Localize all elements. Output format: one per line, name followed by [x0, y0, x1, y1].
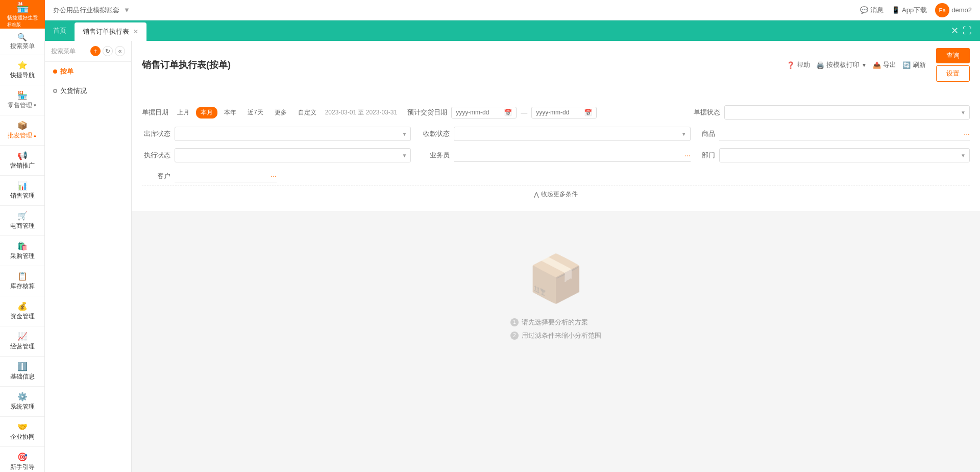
goods-label: 商品 — [701, 129, 715, 138]
date-more-btn[interactable]: 更多 — [270, 107, 291, 119]
exec-status-area: 执行状态 ▼ — [142, 148, 411, 162]
exec-status-select-wrap: ▼ — [175, 148, 411, 162]
tab-expand-area: ✕ ⛶ — [951, 25, 980, 36]
exec-status-select[interactable] — [175, 148, 411, 162]
status-area: 单据状态 ▼ — [694, 105, 970, 120]
expected-date-label: 预计交货日期 — [407, 108, 447, 117]
sidebar-item-search[interactable]: 🔍 搜索菜单 — [0, 29, 44, 55]
download-icon: 📱 — [892, 6, 900, 14]
goods-input-area[interactable]: ··· — [719, 128, 970, 140]
customer-area: 客户 ··· — [142, 170, 277, 182]
empty-tip-1: 1 请先选择要分析的方案 — [510, 316, 601, 329]
logo-text: 畅捷通好生意标准版 — [7, 14, 38, 28]
date-last-month-btn[interactable]: 上月 — [173, 107, 194, 119]
sub-nav-shortage[interactable]: 欠货情况 — [45, 81, 131, 101]
collapse-more-button[interactable]: ⋀ 收起更多条件 — [534, 190, 578, 199]
salesperson-input-area[interactable]: ··· — [454, 149, 690, 162]
date-last-7days-btn[interactable]: 近7天 — [243, 107, 268, 119]
refresh-plan-button[interactable]: ↻ — [103, 46, 113, 56]
salesperson-label: 业务员 — [421, 151, 450, 160]
sidebar-item-basic[interactable]: ℹ️ 基础信息 — [0, 357, 44, 387]
app-download-button[interactable]: 📱 App下载 — [892, 6, 927, 15]
tab-home[interactable]: 首页 — [45, 20, 75, 41]
sidebar-item-finance[interactable]: 💰 资金管理 — [0, 296, 44, 326]
user-avatar-area[interactable]: Ea demo2 — [935, 3, 972, 17]
sidebar-item-sales[interactable]: 📊 销售管理 — [0, 176, 44, 206]
message-icon: 💬 — [860, 6, 868, 14]
collect-status-label: 收款状态 — [421, 129, 450, 138]
sidebar-item-purchase[interactable]: 🛍️ 采购管理 — [0, 236, 44, 266]
sidebar-item-ecommerce[interactable]: 🛒 电商管理 — [0, 206, 44, 236]
goods-dots-icon[interactable]: ··· — [964, 130, 970, 138]
customer-label: 客户 — [142, 172, 170, 181]
status-select-wrap: ▼ — [724, 105, 970, 120]
refresh-button[interactable]: 🔄 刷新 — [902, 60, 926, 69]
page-title: 销售订单执行表(按单) — [142, 59, 231, 79]
sidebar: 🏪 畅捷通好生意标准版 🔍 搜索菜单 ⭐ 快捷导航 🏪 零售管理▼ 📦 批发管理… — [0, 0, 45, 472]
tab-sales-order[interactable]: 销售订单执行表 ✕ — [75, 22, 146, 41]
sidebar-item-operation[interactable]: 📈 经营管理 — [0, 326, 44, 357]
inactive-dot-icon — [53, 89, 57, 93]
date-this-month-btn[interactable]: 本月 — [196, 107, 217, 119]
page-content: 销售订单执行表(按单) ❓ 帮助 🖨️ 按模板打印 ▼ 📤 导出 — [132, 41, 980, 472]
expected-date-to-input[interactable]: 📅 — [531, 107, 597, 119]
status-label: 单据状态 — [694, 108, 720, 117]
sub-sidebar: 搜索菜单 + ↻ « 按单 欠货情况 — [45, 41, 132, 472]
sidebar-item-retail[interactable]: 🏪 零售管理▼ — [0, 85, 44, 115]
content-area: 搜索菜单 + ↻ « 按单 欠货情况 销售订单执行表(按单) — [45, 41, 980, 472]
calendar-from-icon[interactable]: 📅 — [504, 109, 512, 116]
breadcrumb-text: 办公用品行业模拟账套 — [53, 6, 119, 15]
message-button[interactable]: 💬 消息 — [860, 6, 884, 15]
sidebar-item-quick-nav[interactable]: ⭐ 快捷导航 — [0, 55, 44, 85]
topbar-right: 💬 消息 📱 App下载 Ea demo2 — [860, 3, 972, 17]
logo-icon: 🏪 — [16, 1, 29, 13]
salesperson-dots-icon[interactable]: ··· — [684, 151, 691, 159]
sidebar-item-collab[interactable]: 🤝 企业协同 — [0, 417, 44, 447]
expected-date-from-input[interactable]: 📅 — [451, 107, 517, 119]
breadcrumb-arrow-icon[interactable]: ▼ — [124, 6, 130, 14]
date-this-year-btn[interactable]: 本年 — [219, 107, 241, 119]
tab-close-all-icon[interactable]: ✕ — [951, 25, 959, 36]
sub-search-label: 搜索菜单 — [51, 47, 76, 56]
date-range-display: 2023-03-01 至 2023-03-31 — [325, 108, 397, 117]
sidebar-item-guide[interactable]: 🎯 新手引导 — [0, 447, 44, 472]
status-select[interactable] — [724, 105, 970, 120]
customer-input-area[interactable]: ··· — [175, 170, 277, 182]
goods-area: 商品 ··· — [701, 128, 970, 140]
breadcrumb-area: 办公用品行业模拟账套 ▼ — [53, 6, 130, 15]
tab-close-icon[interactable]: ✕ — [133, 28, 138, 35]
sub-sidebar-header: 搜索菜单 + ↻ « — [45, 41, 131, 62]
add-plan-button[interactable]: + — [90, 46, 101, 56]
export-icon: 📤 — [873, 61, 881, 69]
active-dot-icon — [53, 69, 57, 74]
print-icon: 🖨️ — [816, 61, 824, 69]
collapse-sidebar-button[interactable]: « — [115, 46, 125, 56]
date-custom-btn[interactable]: 自定义 — [293, 107, 321, 119]
sidebar-item-system[interactable]: ⚙️ 系统管理 — [0, 387, 44, 417]
help-button[interactable]: ❓ 帮助 — [787, 60, 810, 69]
page-header: 销售订单执行表(按单) ❓ 帮助 🖨️ 按模板打印 ▼ 📤 导出 — [132, 41, 980, 97]
sidebar-item-wholesale[interactable]: 📦 批发管理▲ — [0, 115, 44, 146]
date-range-separator: — — [521, 109, 527, 116]
export-button[interactable]: 📤 导出 — [873, 60, 896, 69]
sidebar-item-inventory[interactable]: 📋 库存核算 — [0, 266, 44, 296]
page-header-actions: ❓ 帮助 🖨️ 按模板打印 ▼ 📤 导出 🔄 刷新 — [787, 48, 970, 90]
query-button[interactable]: 查询 — [936, 48, 970, 63]
dept-select[interactable] — [719, 148, 970, 162]
sub-nav-by-order[interactable]: 按单 — [45, 62, 131, 81]
tab-maximize-icon[interactable]: ⛶ — [963, 26, 972, 36]
expected-date-from-field[interactable] — [456, 109, 502, 116]
settings-button[interactable]: 设置 — [936, 65, 970, 82]
expected-date-area: 预计交货日期 📅 — 📅 — [407, 107, 683, 119]
expected-date-to-field[interactable] — [536, 109, 582, 116]
print-template-button[interactable]: 🖨️ 按模板打印 ▼ — [816, 60, 867, 69]
customer-dots-icon[interactable]: ··· — [271, 172, 277, 180]
sidebar-item-marketing[interactable]: 📢 营销推广 — [0, 146, 44, 176]
collect-status-select[interactable] — [454, 127, 690, 141]
search-row-4: 客户 ··· — [142, 170, 970, 182]
out-status-select[interactable] — [175, 127, 411, 141]
empty-state: 📦 1 请先选择要分析的方案 2 用过滤条件来缩小分析范围 — [132, 211, 980, 383]
tip-num-1: 1 — [510, 318, 519, 326]
calendar-to-icon[interactable]: 📅 — [584, 109, 592, 116]
out-status-label: 出库状态 — [142, 129, 170, 138]
